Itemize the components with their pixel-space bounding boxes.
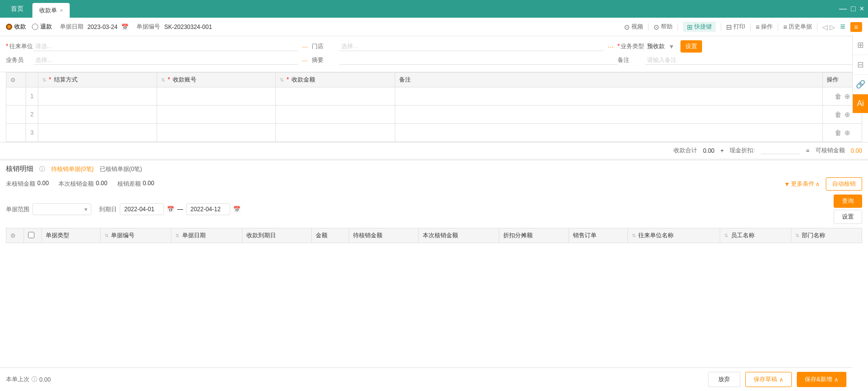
row2-remark[interactable] bbox=[395, 106, 823, 124]
tab-active[interactable]: 收款单 × bbox=[32, 3, 70, 18]
action-print[interactable]: ⊟ 打印 bbox=[726, 23, 745, 31]
salesperson-input[interactable] bbox=[33, 56, 298, 65]
row3-settlement-input[interactable] bbox=[38, 124, 157, 141]
radio-receipt[interactable]: 收款 bbox=[6, 23, 26, 31]
row1-amount[interactable] bbox=[276, 87, 395, 106]
action-history[interactable]: ≡ 历史单据 bbox=[783, 23, 812, 31]
row3-settlement[interactable] bbox=[38, 124, 157, 142]
summary-input[interactable] bbox=[339, 56, 618, 65]
toolbar-right-btns: 查询 设置 bbox=[834, 195, 862, 224]
row1-copy-icon[interactable]: ⊕ bbox=[844, 92, 850, 100]
right-panel-doc-icon[interactable]: ⊟ bbox=[853, 55, 868, 75]
row3-account[interactable] bbox=[157, 124, 276, 142]
query-btn[interactable]: 查询 bbox=[834, 195, 862, 208]
row1-amount-input[interactable] bbox=[276, 87, 394, 105]
radio-refund[interactable]: 退款 bbox=[32, 23, 52, 31]
row1-gear bbox=[6, 87, 26, 106]
row1-remark-input[interactable] bbox=[395, 87, 823, 105]
row3-amount[interactable] bbox=[276, 124, 395, 142]
salesperson-more-btn[interactable]: ··· bbox=[302, 56, 308, 64]
bill-range-select[interactable] bbox=[32, 203, 91, 215]
row3-remark[interactable] bbox=[395, 124, 823, 142]
remark-input[interactable] bbox=[645, 56, 862, 65]
date-to-input[interactable] bbox=[186, 203, 230, 215]
pending-tab[interactable]: 待核销单据(0笔) bbox=[51, 165, 94, 173]
row2-settlement[interactable] bbox=[38, 106, 157, 124]
calendar-icon-date[interactable]: 📅 bbox=[121, 24, 129, 30]
table-gear-icon[interactable]: ⚙ bbox=[10, 77, 16, 84]
bill-range-label: 单据范围 bbox=[6, 205, 29, 214]
video-icon: ⊙ bbox=[624, 23, 630, 31]
settings-btn[interactable]: 设置 bbox=[680, 40, 702, 53]
store-more-btn[interactable]: ··· bbox=[608, 43, 614, 51]
divider-5 bbox=[778, 23, 778, 31]
save-new-btn[interactable]: 保存&新增 ∧ bbox=[797, 372, 846, 387]
action-video-label: 视频 bbox=[631, 23, 643, 31]
more-conditions-btn[interactable]: ▼ 更多条件 ∧ bbox=[784, 180, 820, 188]
row1-account-input[interactable] bbox=[157, 87, 275, 105]
action-video[interactable]: ⊙ 视频 bbox=[624, 23, 643, 31]
row2-remark-input[interactable] bbox=[395, 106, 823, 123]
row3-copy-icon[interactable]: ⊕ bbox=[844, 129, 850, 137]
layout-btn-grid[interactable]: ≡ bbox=[850, 22, 862, 32]
row2-settlement-input[interactable] bbox=[38, 106, 157, 123]
action-help[interactable]: ⊙ 帮助 bbox=[653, 23, 673, 31]
row2-amount-input[interactable] bbox=[276, 106, 394, 123]
row1-remark[interactable] bbox=[395, 87, 823, 106]
action-shortcut-label: 快捷键 bbox=[694, 23, 712, 31]
biztype-arrow[interactable]: ▼ bbox=[669, 43, 675, 50]
row1-delete-icon[interactable]: 🗑 bbox=[835, 92, 841, 100]
counterparty-input[interactable] bbox=[33, 42, 298, 51]
filter-icon: ▼ bbox=[784, 181, 790, 188]
net-amount-value: 0.00 bbox=[851, 147, 862, 154]
nav-prev[interactable]: ◁ bbox=[822, 23, 828, 31]
save-draft-btn[interactable]: 保存草稿 ∧ bbox=[745, 372, 792, 387]
stat-uncancelled: 未核销金额 0.00 bbox=[6, 180, 49, 188]
cash-discount-input[interactable] bbox=[761, 147, 800, 154]
row2-account[interactable] bbox=[157, 106, 276, 124]
calendar-icon-from[interactable]: 📅 bbox=[167, 206, 174, 213]
calendar-icon-to[interactable]: 📅 bbox=[233, 206, 241, 213]
date-from-input[interactable] bbox=[120, 203, 164, 215]
right-panel-ai-icon[interactable]: Ai bbox=[853, 94, 868, 113]
store-input[interactable] bbox=[339, 42, 604, 51]
nav-next[interactable]: ▷ bbox=[830, 23, 835, 31]
bottom-gear-icon[interactable]: ⚙ bbox=[10, 232, 16, 239]
row1-settlement-input[interactable] bbox=[38, 87, 157, 105]
toolbar: 收款 退款 单据日期 2023-03-24 📅 单据编号 SK-20230324… bbox=[0, 18, 868, 36]
footer-info-icon[interactable]: ⓘ bbox=[31, 375, 37, 384]
row2-amount[interactable] bbox=[276, 106, 395, 124]
writeoff-settings-btn[interactable]: 设置 bbox=[834, 210, 862, 224]
window-close[interactable]: × bbox=[860, 4, 864, 13]
row3-remark-input[interactable] bbox=[395, 124, 823, 141]
row3-delete-icon[interactable]: 🗑 bbox=[835, 129, 841, 137]
history-icon: ≡ bbox=[783, 23, 787, 31]
auto-writeoff-btn[interactable]: 自动核销 bbox=[826, 177, 862, 191]
row3-account-input[interactable] bbox=[157, 124, 275, 141]
row1-settlement[interactable] bbox=[38, 87, 157, 106]
row2-delete-icon[interactable]: 🗑 bbox=[835, 111, 841, 118]
save-draft-arrow: ∧ bbox=[779, 376, 784, 383]
row2-account-input[interactable] bbox=[157, 106, 275, 123]
writeoff-info-icon[interactable]: ⓘ bbox=[39, 165, 45, 173]
action-operation[interactable]: ≡ 操作 bbox=[756, 23, 773, 31]
main-table: ⚙ ⇅ * 结算方式 ⇅ * 收款账号 ⇅ * bbox=[6, 72, 862, 142]
window-minimize[interactable]: — bbox=[839, 4, 847, 13]
layout-btn-list[interactable]: ≡ bbox=[840, 22, 845, 32]
tab-close-icon[interactable]: × bbox=[60, 7, 63, 13]
row1-account[interactable] bbox=[157, 87, 276, 106]
row2-copy-icon[interactable]: ⊕ bbox=[844, 111, 850, 118]
row3-amount-input[interactable] bbox=[276, 124, 394, 141]
counterparty-more-btn[interactable]: ··· bbox=[302, 43, 308, 51]
right-panel-link-icon[interactable]: 🔗 bbox=[853, 75, 868, 94]
tab-home[interactable]: 首页 bbox=[4, 0, 30, 18]
select-all-checkbox[interactable] bbox=[28, 232, 34, 238]
window-maximize[interactable]: □ bbox=[851, 4, 856, 13]
action-shortcut[interactable]: ⊞ 快捷键 bbox=[683, 22, 716, 32]
tab-bar: 首页 收款单 × — □ × bbox=[0, 0, 868, 18]
right-panel-table-icon[interactable]: ⊞ bbox=[853, 35, 868, 55]
col-bill-date: ⇅ 单据日期 bbox=[171, 228, 242, 243]
done-tab[interactable]: 已核销单据(0笔) bbox=[100, 165, 142, 173]
store-field: 门店 ··· bbox=[312, 42, 618, 51]
discard-btn[interactable]: 放弃 bbox=[708, 372, 740, 387]
